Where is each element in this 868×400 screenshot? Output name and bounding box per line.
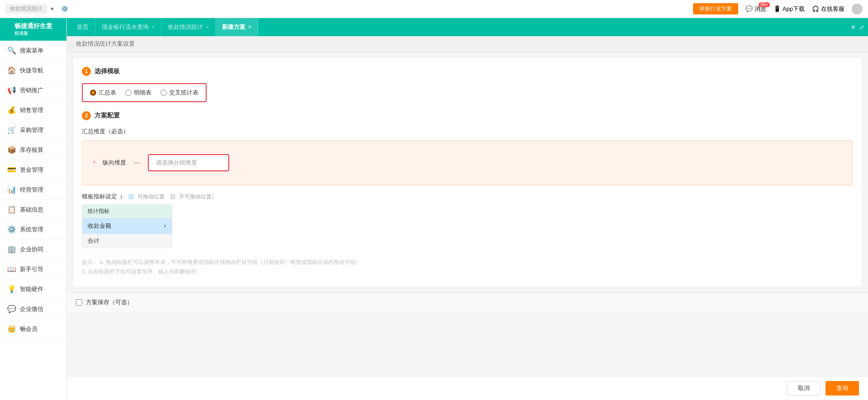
sidebar-label-wechat-work: 企业微信	[20, 305, 43, 313]
notifications-badge: 99+	[759, 2, 770, 7]
sidebar-label-enterprise: 企业协同	[20, 245, 43, 254]
nondraggable-label: 不可拖动位置）	[179, 193, 217, 201]
avatar[interactable]	[852, 4, 863, 14]
sidebar-label-marketing: 营销推广	[20, 86, 43, 94]
nav-tab-close-2[interactable]: ×	[206, 24, 209, 30]
sidebar-item-finance[interactable]: 💳资金管理	[0, 160, 66, 180]
nav-tab-2[interactable]: 收款情况统计 ×	[161, 18, 216, 36]
main-area: 首页现金银行流水查询 ×收款情况统计 ×新建方案 × ✕ ⤢ 收款情况统计方案设…	[67, 18, 868, 400]
radio-cross-label: 交叉统计表	[169, 89, 198, 97]
sales-icon: 💰	[7, 106, 16, 114]
section1-num: 1	[82, 67, 91, 76]
tips-label: 提示：	[82, 259, 98, 265]
sidebar-label-basic-info: 基础信息	[20, 206, 43, 214]
section1-header: 1 选择模板	[82, 67, 853, 76]
sidebar-item-marketing[interactable]: 📢营销推广	[0, 80, 66, 100]
online-service-btn[interactable]: 🎧 在线客服	[812, 5, 844, 13]
radio-detail-input[interactable]	[125, 89, 132, 96]
sidebar-label-finance: 资金管理	[20, 166, 43, 174]
nav-tab-close-1[interactable]: ×	[151, 24, 155, 30]
sidebar-label-membership: 畅会员	[20, 325, 38, 333]
sidebar-item-membership[interactable]: 👑畅会员	[0, 319, 66, 339]
radio-detail[interactable]: 明细表	[125, 89, 151, 97]
sidebar-label-purchase: 采购管理	[20, 126, 43, 134]
close-window-icon[interactable]: ✕	[851, 24, 856, 31]
main-card: 1 选择模板 汇总表 明细表	[72, 57, 863, 287]
tips-text2: 2. 点击标题栏下拉可设置排序、插入列和删除列	[82, 268, 196, 275]
nav-tab-0[interactable]: 首页	[71, 18, 95, 36]
nav-tab-label-2: 收款情况统计	[168, 23, 203, 31]
nav-tabs: 首页现金银行流水查询 ×收款情况统计 ×新建方案 × ✕ ⤢	[67, 18, 868, 36]
indicator-cell-amount[interactable]: 收款金额 ▾	[82, 218, 172, 234]
page-title: 收款情况统计方案设置	[76, 40, 135, 47]
tips-line1: 提示： 1. 拖动标题栏可以调整布局，不可跨维度或指标区域拖动栏目字段（只能在同…	[82, 259, 853, 266]
sidebar-label-system: 系统管理	[20, 226, 43, 234]
finance-icon: 💳	[7, 165, 16, 174]
sidebar-item-purchase[interactable]: 🛒采购管理	[0, 120, 66, 140]
dimension-area: * 纵向维度 — 请选择分组维度	[82, 140, 853, 185]
sidebar-label-operations: 经营管理	[20, 186, 43, 194]
system-icon: ⚙️	[7, 225, 16, 234]
breadcrumb-dropdown[interactable]: ▾	[51, 5, 54, 12]
sidebar-item-system[interactable]: ⚙️系统管理	[0, 220, 66, 240]
page-title-bar: 收款情况统计方案设置	[67, 36, 868, 52]
wechat-work-icon: 💬	[7, 305, 16, 313]
vertical-dimension-label: 纵向维度	[103, 159, 126, 167]
query-button[interactable]: 查询	[826, 381, 859, 395]
indicator-total: 合计	[82, 234, 172, 248]
radio-cross[interactable]: 交叉统计表	[160, 89, 198, 97]
cancel-button[interactable]: 取消	[787, 381, 821, 395]
search-menu-icon: 🔍	[7, 46, 16, 55]
section2-num: 2	[82, 111, 91, 120]
tips-line2: 2. 点击标题栏下拉可设置排序、插入列和删除列	[82, 268, 853, 276]
sidebar-item-operations[interactable]: 📊经营管理	[0, 180, 66, 200]
save-section: 方案保存（可选）	[67, 292, 868, 312]
dimension-selector[interactable]: 请选择分组维度	[148, 154, 229, 171]
sidebar-item-inventory[interactable]: 📦库存核算	[0, 140, 66, 160]
radio-summary-input[interactable]	[90, 89, 96, 96]
sidebar-item-wechat-work[interactable]: 💬企业微信	[0, 299, 66, 319]
sidebar-item-enterprise[interactable]: 🏢企业协同	[0, 240, 66, 259]
marketing-icon: 📢	[7, 86, 16, 94]
nav-tab-1[interactable]: 现金银行流水查询 ×	[95, 18, 161, 36]
top-bar-right: 体验行业方案 💬 消息 99+ 📱 App下载 🎧 在线客服	[693, 3, 863, 14]
sidebar-item-beginner[interactable]: 📖新手引导	[0, 259, 66, 279]
sidebar-item-quick-nav[interactable]: 🏠快捷导航	[0, 61, 66, 80]
beginner-icon: 📖	[7, 265, 16, 273]
tips-section: 提示： 1. 拖动标题栏可以调整布局，不可跨维度或指标区域拖动栏目字段（只能在同…	[82, 259, 853, 276]
nav-tab-close-3[interactable]: ×	[248, 24, 251, 30]
trial-button[interactable]: 体验行业方案	[693, 3, 738, 14]
sidebar-item-smart-hardware[interactable]: 💡智能硬件	[0, 279, 66, 299]
enterprise-icon: 🏢	[7, 245, 16, 254]
indicator-amount-name: 收款金额	[88, 222, 111, 230]
nav-tab-label-3: 新建方案	[222, 23, 245, 31]
indicator-header: 统计指标	[82, 205, 172, 218]
radio-group-template: 汇总表 明细表 交叉统计表	[90, 89, 198, 97]
content-area: 收款情况统计方案设置 1 选择模板 汇总表	[67, 36, 868, 376]
app-download-btn[interactable]: 📱 App下载	[774, 5, 805, 13]
tips-text1: 1. 拖动标题栏可以调整布局，不可跨维度或指标区域拖动栏目字段（只能在同一维度或…	[99, 259, 360, 265]
sidebar-label-smart-hardware: 智能硬件	[20, 285, 43, 293]
radio-cross-input[interactable]	[160, 89, 167, 96]
indicators-section: 模板指标设定（ 可拖动位置 不可拖动位置） 统计指标	[82, 193, 853, 249]
radio-summary[interactable]: 汇总表	[90, 89, 116, 97]
indicator-chevron-icon[interactable]: ▾	[164, 223, 166, 229]
sidebar-item-basic-info[interactable]: 📋基础信息	[0, 200, 66, 220]
nav-tab-3[interactable]: 新建方案 ×	[216, 18, 258, 36]
indicators-label: 模板指标设定（ 可拖动位置 不可拖动位置）	[82, 193, 853, 201]
sidebar-item-search-menu[interactable]: 🔍搜索菜单	[0, 41, 66, 61]
save-checkbox[interactable]	[76, 299, 82, 306]
radio-summary-label: 汇总表	[99, 89, 116, 97]
config-section: 汇总维度（必选） * 纵向维度 — 请选择分组维度	[82, 127, 853, 276]
notifications-btn[interactable]: 💬 消息 99+	[745, 5, 766, 13]
indicator-table: 统计指标 收款金额 ▾ 合计	[82, 204, 172, 248]
sidebar-item-sales[interactable]: 💰销售管理	[0, 100, 66, 120]
settings-icon[interactable]: ⚙️	[61, 5, 68, 12]
top-bar-left: 收款情况统计 ▾ ⚙️	[5, 4, 68, 14]
footer-bar: 取消 查询	[67, 376, 868, 400]
sidebar-label-quick-nav: 快捷导航	[20, 66, 43, 75]
indicators-title: 模板指标设定（	[82, 193, 123, 201]
legend-nondraggable: 不可拖动位置）	[170, 193, 217, 201]
nondraggable-dot	[170, 194, 175, 199]
maximize-icon[interactable]: ⤢	[859, 24, 864, 31]
